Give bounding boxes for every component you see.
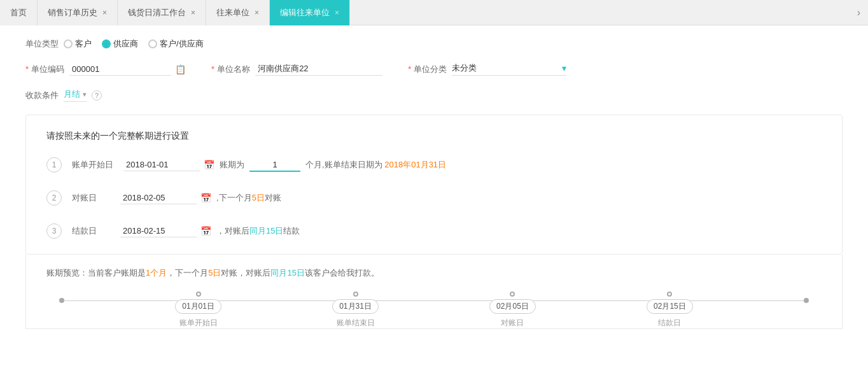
unit-code-label: 单位编码 — [31, 64, 64, 75]
tab-edit-label: 编辑往来单位 — [280, 7, 330, 18]
step-num-2: 2 — [46, 190, 62, 206]
period-row3-suffix: ，对账后同月15日结款 — [216, 225, 300, 237]
period-unit-text: 个月,账单结束日期为 2018年01月31日 — [305, 159, 446, 171]
period-field-label-2: 对账日 — [72, 192, 110, 204]
timeline-badge-1: 01月01日 — [175, 299, 221, 314]
timeline-point-2: 01月31日 账单结束日 — [332, 292, 379, 328]
period-start-date-input[interactable] — [123, 158, 200, 171]
timeline-dot-4 — [667, 292, 672, 297]
preview-part3: 同月15日 — [270, 268, 304, 278]
period-end-date-highlight: 2018年01月31日 — [384, 160, 446, 169]
period-verify-day-highlight: 5日 — [252, 193, 265, 202]
unit-code-input[interactable] — [69, 63, 171, 76]
period-field-label-1: 账单开始日 — [72, 159, 113, 171]
payment-terms-row: 收款条件 月结 ▾ ? — [25, 88, 843, 102]
period-payment-day-highlight: 同月15日 — [249, 226, 283, 236]
radio-both[interactable]: 客户/供应商 — [148, 38, 204, 50]
tab-edit-partner[interactable]: 编辑往来单位 × — [270, 0, 350, 25]
tab-home-label: 首页 — [10, 7, 27, 18]
tab-partner-units[interactable]: 往来单位 × — [206, 0, 270, 25]
preview-prefix: 账期预览：当前客户账期是 — [46, 268, 146, 278]
preview-part2: 5日 — [208, 268, 221, 278]
unit-code-star: * — [25, 64, 29, 74]
main-content: 单位类型 客户 供应商 客户/供应商 * 单位编码 — [0, 25, 868, 387]
timeline-start-dot — [59, 298, 64, 303]
step-num-1: 1 — [46, 157, 62, 172]
tab-partner-close[interactable]: × — [255, 8, 259, 17]
timeline-dot-2 — [353, 292, 358, 297]
tab-cash-close[interactable]: × — [191, 8, 195, 17]
tab-partner-label: 往来单位 — [216, 7, 249, 18]
radio-both-circle — [148, 39, 157, 48]
timeline-wrapper: 01月01日 账单开始日 01月31日 账单结束日 02月05日 对账日 — [46, 292, 822, 328]
tab-sales-close[interactable]: × — [102, 8, 107, 17]
tab-cash-ledger[interactable]: 钱货日清工作台 × — [118, 0, 206, 25]
period-card: 请按照未来的一个完整帐期进行设置 1 账单开始日 📅 账期为 个月,账单结束日期… — [25, 115, 843, 255]
unit-type-label: 单位类型 — [25, 38, 59, 50]
period-row-2: 2 对账日 📅 ,下一个月5日对账 — [46, 190, 822, 206]
timeline-points: 01月01日 账单开始日 01月31日 账单结束日 02月05日 对账日 — [59, 292, 809, 328]
period-start-calendar-icon[interactable]: 📅 — [204, 160, 214, 170]
timeline-point-4: 02月15日 结款日 — [647, 292, 693, 328]
timeline-line — [59, 300, 809, 301]
radio-supplier[interactable]: 供应商 — [102, 38, 138, 50]
tab-sales-label: 销售订单历史 — [48, 7, 97, 18]
timeline-dot-3 — [510, 292, 515, 297]
unit-name-label: 单位名称 — [217, 64, 250, 75]
period-payment-calendar-icon[interactable]: 📅 — [200, 226, 211, 236]
period-card-title: 请按照未来的一个完整帐期进行设置 — [46, 130, 822, 142]
radio-customer-label: 客户 — [75, 38, 92, 50]
unit-type-row: 单位类型 客户 供应商 客户/供应商 — [25, 38, 843, 50]
step-num-3: 3 — [46, 223, 62, 239]
tab-edit-close[interactable]: × — [335, 8, 339, 17]
timeline-dot-1 — [196, 292, 201, 297]
tab-cash-label: 钱货日清工作台 — [128, 7, 186, 18]
preview-text: 账期预览：当前客户账期是1个月，下一个月5日对账，对账后同月15日该客户会给我打… — [46, 267, 822, 279]
radio-customer-circle — [64, 39, 73, 48]
timeline-point-3: 02月05日 对账日 — [489, 292, 536, 328]
unit-name-input[interactable] — [255, 63, 382, 76]
period-field-label-3: 结款日 — [72, 225, 110, 237]
tab-more-button[interactable]: › — [850, 7, 868, 18]
tab-sales-order-history[interactable]: 销售订单历史 × — [38, 0, 118, 25]
unit-name-star: * — [211, 64, 214, 74]
timeline-label-4: 结款日 — [658, 318, 681, 328]
period-payment-date-input[interactable] — [120, 225, 197, 237]
payment-terms-value: 月结 — [64, 88, 80, 100]
timeline-label-3: 对账日 — [501, 318, 524, 328]
radio-both-label: 客户/供应商 — [160, 38, 204, 50]
radio-customer[interactable]: 客户 — [64, 38, 92, 50]
payment-terms-help-icon[interactable]: ? — [92, 90, 102, 101]
unit-category-select[interactable]: 未分类 ▾ — [452, 62, 566, 76]
unit-code-group: * 单位编码 📋 — [25, 63, 186, 76]
unit-category-star: * — [408, 64, 411, 74]
radio-supplier-label: 供应商 — [113, 38, 138, 50]
unit-category-label: 单位分类 — [414, 64, 447, 75]
payment-terms-chevron-icon: ▾ — [83, 90, 87, 99]
unit-category-group: * 单位分类 未分类 ▾ — [408, 62, 566, 76]
preview-section: 账期预览：当前客户账期是1个月，下一个月5日对账，对账后同月15日该客户会给我打… — [25, 255, 843, 329]
radio-supplier-circle — [102, 39, 111, 48]
tab-home[interactable]: 首页 — [0, 0, 38, 25]
timeline-label-2: 账单结束日 — [337, 318, 375, 328]
payment-terms-select[interactable]: 月结 ▾ — [64, 88, 87, 102]
unit-category-value: 未分类 — [452, 62, 562, 74]
preview-sep1: ，下一个月 — [167, 268, 208, 278]
period-text-1: 账期为 — [220, 159, 244, 171]
period-verify-date-input[interactable] — [120, 192, 197, 204]
unit-type-radios: 客户 供应商 客户/供应商 — [64, 38, 204, 50]
period-verify-calendar-icon[interactable]: 📅 — [200, 193, 211, 203]
timeline-badge-3: 02月05日 — [489, 299, 536, 314]
preview-part1: 1个月 — [146, 268, 167, 278]
timeline-end — [804, 292, 809, 303]
category-chevron-icon: ▾ — [562, 63, 566, 73]
payment-terms-group: 收款条件 月结 ▾ ? — [25, 88, 102, 102]
timeline-point-1: 01月01日 账单开始日 — [175, 292, 221, 328]
period-months-input[interactable] — [249, 158, 300, 172]
period-row2-suffix: ,下一个月5日对账 — [216, 192, 281, 204]
unit-code-copy-icon[interactable]: 📋 — [175, 64, 186, 74]
timeline-badge-4: 02月15日 — [647, 299, 693, 314]
unit-type-group: 单位类型 客户 供应商 客户/供应商 — [25, 38, 204, 50]
period-row-1: 1 账单开始日 📅 账期为 个月,账单结束日期为 2018年01月31日 — [46, 157, 822, 172]
unit-name-group: * 单位名称 — [211, 63, 382, 76]
